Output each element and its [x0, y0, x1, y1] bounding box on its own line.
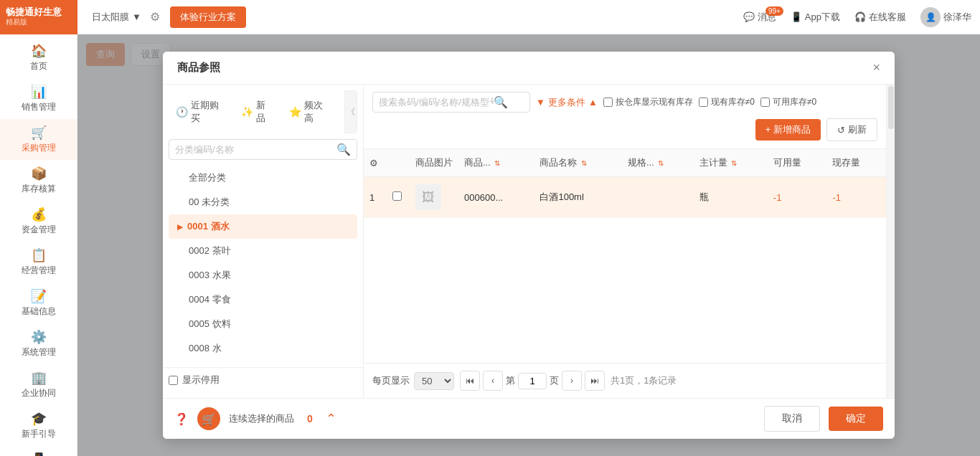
col-available: 可用量	[768, 149, 827, 177]
sales-icon: 📊	[31, 84, 47, 100]
arrow-icon: ▶	[177, 223, 183, 231]
col-spec[interactable]: 规格... ⇅	[622, 149, 694, 177]
nav-brand: 日太阳膜 ▼	[89, 11, 141, 24]
sidebar-label-home: 首页	[30, 60, 47, 72]
message-icon: 💬	[743, 11, 755, 22]
modal-right-panel: 🔍 ▼ 更多条件 ▲ 按仓库显示现有库存	[364, 85, 886, 398]
page-nav: ⏮ ‹ 第 页 › ⏭	[460, 371, 605, 391]
sidebar-item-guide[interactable]: 🎓 新手引导	[0, 405, 77, 446]
nav-user[interactable]: 👤 徐泽华	[920, 7, 971, 27]
filter-btn[interactable]: ▼ 更多条件 ▲	[536, 96, 598, 109]
warehouse-checkbox[interactable]	[603, 98, 613, 107]
per-page-label: 每页显示	[372, 374, 410, 387]
row-available: -1	[768, 177, 827, 218]
category-0004[interactable]: ▶ 0004 零食	[169, 288, 357, 312]
show-disabled-label[interactable]: 显示停用	[182, 374, 220, 386]
modal-scrollbar[interactable]	[886, 85, 895, 398]
add-product-button[interactable]: + 新增商品	[755, 119, 821, 141]
help-icon[interactable]: ❓	[174, 412, 189, 426]
logo-text: 畅捷通好生意	[6, 6, 62, 18]
category-00[interactable]: ▶ 00 未分类	[169, 190, 357, 214]
prev-page-btn[interactable]: ‹	[483, 371, 503, 391]
search-icon[interactable]: 🔍	[494, 95, 508, 109]
col-code[interactable]: 商品... ⇅	[458, 149, 534, 177]
purchase-icon: 🛒	[31, 125, 47, 141]
sidebar-label-basic: 基础信息	[22, 305, 56, 318]
gear-icon[interactable]: ⚙	[150, 10, 160, 24]
refresh-button[interactable]: ↺ 刷新	[826, 118, 877, 141]
col-name[interactable]: 商品名称 ⇅	[534, 149, 622, 177]
brand-dropdown[interactable]: 日太阳膜 ▼	[92, 11, 141, 24]
nav-app-download[interactable]: 📱 App下载	[791, 11, 840, 24]
next-page-btn[interactable]: ›	[562, 371, 582, 391]
checkbox-existing: 现有库存≠0	[699, 96, 755, 108]
existing-checkbox[interactable]	[699, 98, 708, 107]
cta-button[interactable]: 体验行业方案	[170, 6, 246, 28]
close-icon[interactable]: ×	[872, 60, 880, 75]
checkbox-available: 可用库存≠0	[760, 96, 816, 108]
collapse-icon[interactable]: ⌃	[326, 411, 336, 427]
category-list: ▶ 全部分类 ▶ 00 未分类 ▶ 0001 酒水	[163, 166, 363, 367]
show-disabled-checkbox[interactable]	[169, 376, 178, 385]
product-image: 🖼	[415, 184, 441, 210]
modal-left-panel: 🕐 近期购买 ✨ 新品 ⭐ 频次高 《	[163, 85, 364, 398]
row-index: 1	[364, 177, 387, 218]
category-0001[interactable]: ▶ 0001 酒水	[169, 214, 357, 239]
sidebar-item-sales[interactable]: 📊 销售管理	[0, 78, 77, 119]
sidebar-item-home[interactable]: 🏠 首页	[0, 37, 77, 78]
category-0010[interactable]: ▶ 0010 家电	[169, 361, 357, 367]
nav-message[interactable]: 💬 消息 99+	[743, 11, 776, 24]
sidebar-item-basic[interactable]: 📝 基础信息	[0, 282, 77, 323]
scrollbar-thumb[interactable]	[888, 86, 894, 129]
page-suffix: 页	[550, 374, 559, 387]
sidebar-label-operation: 经营管理	[22, 265, 56, 277]
category-0002[interactable]: ▶ 0002 茶叶	[169, 239, 357, 263]
row-checkbox-cell	[387, 177, 410, 218]
warehouse-label[interactable]: 按仓库显示现有库存	[616, 96, 693, 108]
tab-frequent[interactable]: ⭐ 频次高	[282, 90, 336, 133]
row-spec	[622, 177, 694, 218]
category-0005[interactable]: ▶ 0005 饮料	[169, 312, 357, 336]
product-search-input[interactable]	[379, 97, 494, 108]
filter-icon: ▼	[536, 97, 545, 108]
sidebar-item-purchase[interactable]: 🛒 采购管理	[0, 119, 77, 160]
sidebar-label-system: 系统管理	[22, 346, 56, 358]
inventory-icon: 📦	[31, 166, 47, 181]
category-0008[interactable]: ▶ 0008 水	[169, 336, 357, 361]
sidebar-item-finance[interactable]: 💰 资金管理	[0, 201, 77, 242]
modal-header: 商品参照 ×	[163, 52, 895, 85]
col-settings[interactable]: ⚙	[364, 149, 387, 177]
tab-new[interactable]: ✨ 新品	[234, 90, 279, 133]
available-label[interactable]: 可用库存≠0	[773, 96, 816, 108]
first-page-btn[interactable]: ⏮	[460, 371, 480, 391]
confirm-button[interactable]: 确定	[829, 407, 883, 431]
page-input[interactable]	[518, 373, 547, 389]
sidebar-item-enterprise[interactable]: 🏢 企业协同	[0, 364, 77, 405]
existing-label[interactable]: 现有库存≠0	[711, 96, 755, 108]
col-unit[interactable]: 主计量 ⇅	[694, 149, 768, 177]
sidebar-item-operation[interactable]: 📋 经营管理	[0, 242, 77, 282]
apps-icon: 📱	[31, 452, 47, 456]
row-checkbox[interactable]	[392, 191, 402, 201]
new-icon: ✨	[241, 106, 253, 118]
sidebar-item-inventory[interactable]: 📦 库存核算	[0, 160, 77, 201]
sidebar-item-system[interactable]: ⚙️ 系统管理	[0, 323, 77, 364]
category-0003[interactable]: ▶ 0003 水果	[169, 263, 357, 288]
tab-recent-buy[interactable]: 🕐 近期购买	[169, 90, 231, 133]
search-icon[interactable]: 🔍	[336, 143, 351, 156]
category-search-input[interactable]	[175, 144, 336, 155]
page-size-select[interactable]: 50 20 100	[414, 372, 454, 390]
table-row[interactable]: 1 🖼 000600... 白酒100ml	[364, 177, 886, 218]
cart-icon[interactable]: 🛒	[197, 407, 220, 430]
guide-icon: 🎓	[31, 411, 47, 427]
collapse-left-btn[interactable]: 《	[344, 90, 357, 133]
available-checkbox[interactable]	[760, 98, 770, 107]
category-all[interactable]: ▶ 全部分类	[169, 166, 357, 190]
sidebar-label-purchase: 采购管理	[22, 142, 56, 154]
sidebar-item-apps[interactable]: 📱 应用中心	[0, 446, 77, 456]
nav-service[interactable]: 🎧 在线客服	[854, 11, 906, 24]
page-size-wrap: 每页显示 50 20 100	[372, 372, 454, 390]
last-page-btn[interactable]: ⏭	[585, 371, 605, 391]
finance-icon: 💰	[31, 206, 47, 222]
cancel-button[interactable]: 取消	[764, 406, 820, 432]
